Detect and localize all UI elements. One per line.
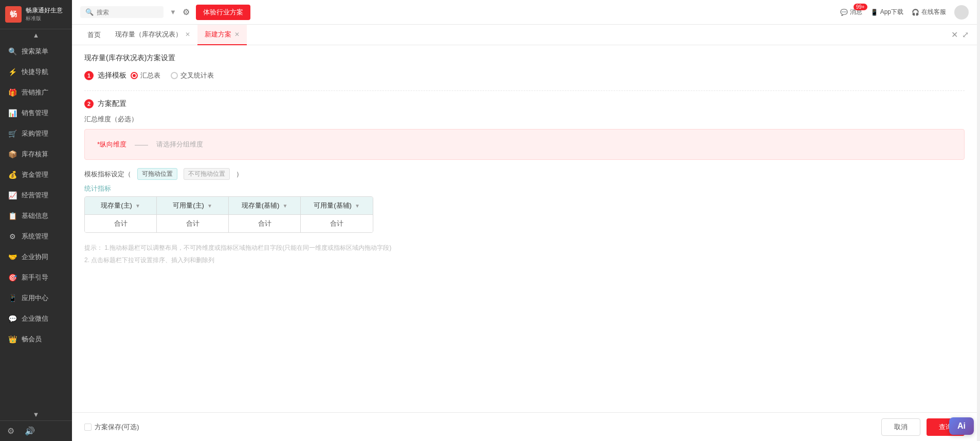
col4-chevron-icon: ▼: [355, 203, 360, 209]
sidebar-scroll-down[interactable]: ▼: [0, 409, 72, 420]
app-download-icon: 📱: [870, 9, 878, 16]
tab-inventory-status[interactable]: 现存量（库存状况表） ✕: [108, 25, 197, 45]
sidebar-item-membership[interactable]: 👑 畅会员: [0, 329, 72, 350]
sidebar-item-quick-nav[interactable]: ⚡ 快捷导航: [0, 62, 72, 82]
col2-chevron-icon: ▼: [207, 203, 212, 209]
tips-section: 提示： 1.拖动标题栏可以调整布局，不可跨维度或指标区域拖动栏目字段(只能在同一…: [84, 243, 965, 266]
sidebar-item-enterprise[interactable]: 🤝 企业协同: [0, 247, 72, 267]
step1-header: 1 选择模板 汇总表 交叉统计表: [84, 71, 965, 80]
non-draggable-badge: 不可拖动位置: [184, 168, 230, 180]
col-header-2[interactable]: 可用量(主) ▼: [157, 197, 229, 214]
tip-1: 提示： 1.拖动标题栏可以调整布局，不可跨维度或指标区域拖动栏目字段(只能在同一…: [84, 243, 965, 254]
sidebar-item-system[interactable]: ⚙ 系统管理: [0, 226, 72, 247]
step2-header: 2 方案配置: [84, 99, 965, 108]
save-checkbox-box[interactable]: [84, 424, 92, 431]
cancel-button[interactable]: 取消: [881, 418, 920, 436]
col1-chevron-icon: ▼: [135, 203, 140, 209]
tab-inventory-close-icon[interactable]: ✕: [185, 31, 190, 38]
dimension-placeholder[interactable]: 请选择分组维度: [156, 140, 203, 149]
close-window-icon[interactable]: ✕: [951, 30, 958, 40]
topbar-settings-icon[interactable]: ⚙: [183, 7, 190, 17]
ai-button[interactable]: Ai: [949, 417, 974, 435]
sidebar-nav: 🔍 搜索菜单 ⚡ 快捷导航 🎁 营销推广 📊 销售管理 🛒 采购管理 📦 库存核…: [0, 41, 72, 409]
radio-summary[interactable]: 汇总表: [131, 71, 160, 80]
radio-cross[interactable]: 交叉统计表: [171, 71, 214, 80]
sidebar-item-basic-info[interactable]: 📋 基础信息: [0, 206, 72, 226]
step1-section: 1 选择模板 汇总表 交叉统计表: [84, 71, 965, 80]
tab-home[interactable]: 首页: [80, 25, 108, 45]
sidebar-item-inventory[interactable]: 📦 库存核算: [0, 144, 72, 164]
membership-icon: 👑: [7, 334, 17, 344]
draggable-badge: 可拖动位置: [137, 168, 177, 180]
col-header-3[interactable]: 现存量(基辅) ▼: [229, 197, 301, 214]
user-avatar[interactable]: [954, 5, 969, 20]
expand-window-icon[interactable]: ⤢: [962, 30, 969, 40]
logo-icon: 畅: [5, 6, 22, 23]
main-content: 现存量(库存状况表)方案设置 1 选择模板 汇总表 交叉统计表: [72, 45, 977, 412]
logo-text: 畅康通好生意 标准版: [26, 7, 63, 22]
stats-table: 现存量(主) ▼ 可用量(主) ▼ 现存量(基辅) ▼ 可用量(基辅): [84, 196, 373, 233]
sidebar-item-search-menu[interactable]: 🔍 搜索菜单: [0, 41, 72, 62]
new-guide-icon: 🎯: [7, 272, 17, 283]
sidebar-item-operations[interactable]: 📈 经营管理: [0, 185, 72, 206]
dropdown-icon[interactable]: ▼: [170, 8, 176, 16]
topbar: 🔍 ▼ ⚙ 体验行业方案 💬 消息 99+ 📱 App下载 🎧 在线客服: [72, 0, 977, 25]
speaker-footer-icon[interactable]: 🔊: [25, 426, 35, 436]
tip-2: 2. 点击标题栏下拉可设置排序、插入列和删除列: [84, 255, 965, 266]
sidebar-item-sales[interactable]: 📊 销售管理: [0, 103, 72, 123]
step1-title: 选择模板: [98, 71, 126, 80]
sidebar-item-finance[interactable]: 💰 资金管理: [0, 164, 72, 185]
app-download-button[interactable]: 📱 App下载: [870, 8, 903, 16]
radio-summary-dot: [131, 72, 138, 79]
search-menu-icon: 🔍: [7, 46, 17, 57]
sidebar-item-purchase[interactable]: 🛒 采购管理: [0, 123, 72, 144]
radio-cross-dot: [171, 72, 178, 79]
settings-footer-icon[interactable]: ⚙: [7, 426, 14, 436]
sidebar-item-app-center[interactable]: 📱 应用中心: [0, 288, 72, 308]
search-icon: 🔍: [85, 8, 94, 16]
sales-icon: 📊: [7, 108, 17, 118]
tabbar: 首页 现存量（库存状况表） ✕ 新建方案 ✕ ✕ ⤢: [72, 25, 977, 45]
sidebar: 畅 畅康通好生意 标准版 ▲ 🔍 搜索菜单 ⚡ 快捷导航 🎁 营销推广 📊 销售…: [0, 0, 72, 441]
step2-section: 2 方案配置 汇总维度（必选） *纵向维度 —— 请选择分组维度 模板指标设定（…: [84, 99, 965, 266]
finance-icon: 💰: [7, 170, 17, 180]
col-body-2: 合计: [157, 214, 229, 232]
marketing-icon: 🎁: [7, 87, 17, 98]
save-checkbox-row[interactable]: 方案保存(可选): [84, 422, 139, 432]
sidebar-scroll-up[interactable]: ▲: [0, 29, 72, 41]
message-icon: 💬: [840, 9, 848, 16]
sidebar-item-marketing[interactable]: 🎁 营销推广: [0, 82, 72, 103]
window-controls: ✕ ⤢: [951, 30, 969, 40]
tab-new-scheme[interactable]: 新建方案 ✕: [197, 25, 247, 45]
headset-icon: 🎧: [912, 9, 919, 16]
basic-info-icon: 📋: [7, 211, 17, 221]
col-header-1[interactable]: 现存量(主) ▼: [85, 197, 157, 214]
save-checkbox-label: 方案保存(可选): [95, 422, 139, 432]
tab-new-scheme-close-icon[interactable]: ✕: [234, 31, 240, 38]
template-radio-group: 汇总表 交叉统计表: [131, 71, 214, 80]
dimension-area: *纵向维度 —— 请选择分组维度: [84, 129, 965, 160]
col-body-4: 合计: [301, 214, 373, 232]
stats-table-header: 现存量(主) ▼ 可用量(主) ▼ 现存量(基辅) ▼ 可用量(基辅): [85, 197, 373, 214]
indicator-label-row: 模板指标设定（ 可拖动位置 不可拖动位置 ）: [84, 168, 965, 180]
stats-label: 统计指标: [84, 184, 965, 193]
search-input[interactable]: [97, 9, 158, 16]
customer-service-button[interactable]: 🎧 在线客服: [912, 8, 946, 16]
purchase-icon: 🛒: [7, 128, 17, 139]
col-body-3: 合计: [229, 214, 301, 232]
trial-industry-button[interactable]: 体验行业方案: [196, 5, 250, 20]
enterprise-icon: 🤝: [7, 252, 17, 262]
col3-chevron-icon: ▼: [282, 203, 287, 209]
message-button[interactable]: 💬 消息 99+: [840, 8, 862, 16]
resize-handle[interactable]: [977, 0, 980, 441]
vertical-dimension-label: *纵向维度: [97, 140, 126, 149]
sidebar-item-wechat[interactable]: 💬 企业微信: [0, 308, 72, 329]
main-panel: 🔍 ▼ ⚙ 体验行业方案 💬 消息 99+ 📱 App下载 🎧 在线客服: [72, 0, 977, 441]
sidebar-item-new-guide[interactable]: 🎯 新手引导: [0, 267, 72, 288]
dimension-required-label: 汇总维度（必选）: [84, 115, 965, 124]
col-header-4[interactable]: 可用量(基辅) ▼: [301, 197, 373, 214]
search-box[interactable]: 🔍: [80, 6, 164, 18]
step1-badge: 1: [84, 71, 94, 80]
operations-icon: 📈: [7, 190, 17, 200]
inventory-icon: 📦: [7, 149, 17, 159]
